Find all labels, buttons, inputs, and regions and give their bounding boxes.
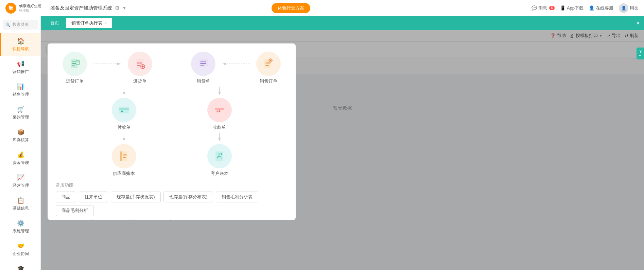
trial-button[interactable]: 体验行业方案 <box>272 3 310 13</box>
system-icon: ⚙️ <box>17 219 24 227</box>
purchase-bill-label: 进货单 <box>133 78 146 84</box>
modal-overlay[interactable]: 进货订单 <box>41 30 644 270</box>
page-area: ❓ 帮助 🖨 按模板打印 ▼ ↗ 导出 ↺ 刷新 📅 <box>41 30 644 270</box>
sidebar-item-inventory[interactable]: 📦 库存核算 <box>0 124 40 147</box>
customer-ledger-label: 客户账本 <box>211 170 228 177</box>
flow-row-1: 进货订单 <box>56 52 288 84</box>
message-button[interactable]: 💬 消息 6 <box>532 5 555 11</box>
sidebar-item-label: 快捷导航 <box>13 46 29 52</box>
sales-order-label: 销售订单 <box>260 78 277 84</box>
sidebar-item-basic-info[interactable]: 📋 基础信息 <box>0 193 40 215</box>
purchase-bill-circle <box>128 52 152 76</box>
main-content: 首页 销售订单执行表 × × ❓ 帮助 🖨 按模板打印 ▼ ↗ 导出 ↺ <box>41 16 644 270</box>
sales-bill-circle <box>191 52 215 76</box>
download-icon: 📱 <box>560 5 565 11</box>
dropdown-icon[interactable]: ▼ <box>122 6 126 11</box>
logo-icon: 畅 <box>5 3 16 14</box>
supplier-ledger-label: 供应商账本 <box>113 170 135 177</box>
func-btns-row1: 商品 往来单位 现存量(库存状况表) 现存量(库存分布表) 销售毛利分析表 商品… <box>56 192 288 216</box>
avatar: 👤 <box>619 3 628 13</box>
svg-marker-3 <box>117 62 121 65</box>
func-btn-partner[interactable]: 往来单位 <box>79 192 108 202</box>
sidebar-item-purchase[interactable]: 🛒 采购管理 <box>0 102 40 124</box>
flow-receipt-bill[interactable]: 收款单 <box>199 98 240 130</box>
inventory-icon: 📦 <box>17 128 24 136</box>
user-info[interactable]: 👤 用友 <box>619 3 639 13</box>
func-btn-receipt-stats[interactable]: 收款情况统计 <box>92 219 130 220</box>
payment-bill-label: 付款单 <box>117 124 130 130</box>
svg-point-29 <box>218 153 221 156</box>
flow-purchase-order[interactable]: 进货订单 <box>56 52 94 84</box>
logo-area: 畅 畅康通好生意 标准版 <box>5 3 46 14</box>
func-btn-stock-dist[interactable]: 现存量(库存分布表) <box>163 192 213 202</box>
sidebar-item-finance[interactable]: 💰 资金管理 <box>0 147 40 170</box>
sidebar-item-system[interactable]: ⚙️ 系统管理 <box>0 215 40 238</box>
func-btn-stock-status[interactable]: 现存量(库存状况表) <box>111 192 161 202</box>
func-btn-product[interactable]: 商品 <box>56 192 76 202</box>
sales-bill-label: 销货单 <box>197 78 210 84</box>
flow-sales-bill[interactable]: 销货单 <box>184 52 222 84</box>
app-download-button[interactable]: 📱 App下载 <box>560 5 584 11</box>
sidebar-item-sales[interactable]: 📊 销售管理 <box>0 79 40 102</box>
func-btn-payment-stats[interactable]: 付款情况统计 <box>133 219 171 220</box>
svg-rect-1 <box>76 60 80 65</box>
func-btn-sales-margin[interactable]: 销售毛利分析表 <box>216 192 258 202</box>
tab-sales-order[interactable]: 销售订单执行表 × <box>66 18 112 28</box>
flow-row-2: 付款单 收款单 <box>56 98 288 130</box>
system-name: 装备及固定资产辅助管理系统 <box>50 5 112 11</box>
search-icon: 🔍 <box>5 22 11 27</box>
func-btn-product-margin[interactable]: 商品毛利分析 <box>56 205 94 216</box>
sidebar-item-guide[interactable]: 🎓 新手引导 <box>0 261 40 270</box>
sidebar-item-label: 基础信息 <box>13 205 29 211</box>
svg-marker-15 <box>218 92 221 95</box>
flow-sales-order[interactable]: 销售订单 <box>249 52 288 84</box>
home-icon: 🏠 <box>17 37 24 45</box>
purchase-icon: 🛒 <box>17 106 24 113</box>
sidebar-item-operation[interactable]: 📈 经营管理 <box>0 170 40 193</box>
operation-icon: 📈 <box>17 174 24 181</box>
receipt-bill-circle <box>207 98 232 122</box>
flow-row-3: 供应商账本 客户账本 <box>56 144 288 177</box>
svg-rect-20 <box>215 108 224 110</box>
basic-info-icon: 📋 <box>17 197 24 204</box>
down-arrow-payment <box>104 133 144 143</box>
ea-badge[interactable]: Ea <box>637 48 644 59</box>
header-right: 💬 消息 6 📱 App下载 👤 在线客服 👤 用友 <box>532 3 639 13</box>
gear-icon[interactable]: ⚙ <box>115 5 120 11</box>
down-arrow-receipt <box>199 133 240 143</box>
flow-payment-bill[interactable]: 付款单 <box>104 98 144 130</box>
search-menu-button[interactable]: 🔍 搜索菜单 <box>3 20 38 30</box>
sidebar-item-label: 库存核算 <box>13 137 29 143</box>
svg-rect-17 <box>119 108 129 110</box>
svg-rect-16 <box>119 107 129 113</box>
customer-ledger-circle <box>207 144 232 168</box>
sidebar-item-label: 销售管理 <box>13 92 29 97</box>
sales-order-circle <box>256 52 281 76</box>
tab-close-icon[interactable]: × <box>104 21 107 25</box>
sidebar-item-quick-nav[interactable]: 🏠 快捷导航 <box>0 33 40 56</box>
flow-purchase-bill[interactable]: 进货单 <box>121 52 159 84</box>
flow-arrow-1 <box>94 61 121 75</box>
sidebar-item-label: 资金管理 <box>13 160 29 166</box>
flow-arrow-2 <box>222 61 249 75</box>
sidebar-item-marketing[interactable]: 📢 营销推广 <box>0 56 40 79</box>
online-service-button[interactable]: 👤 在线客服 <box>589 5 613 11</box>
logo-text: 畅康通好生意 标准版 <box>19 3 41 13</box>
marketing-icon: 📢 <box>17 60 24 68</box>
tab-label: 销售订单执行表 <box>71 20 102 26</box>
tab-home[interactable]: 首页 <box>45 18 65 28</box>
supplier-ledger-circle <box>112 144 136 168</box>
tab-bar: 首页 销售订单执行表 × × <box>41 16 644 30</box>
flow-customer-ledger[interactable]: 客户账本 <box>199 144 240 177</box>
message-icon: 💬 <box>532 5 537 11</box>
flow-supplier-ledger[interactable]: 供应商账本 <box>104 144 144 177</box>
sidebar-item-collab[interactable]: 🤝 企业协同 <box>0 238 40 261</box>
message-badge: 6 <box>549 6 555 10</box>
func-btn-sales-rank[interactable]: 销售排行榜 <box>56 219 89 220</box>
window-close-button[interactable]: × <box>636 20 640 27</box>
common-title: 常用功能 <box>56 182 288 188</box>
func-btns-row2: 销售排行榜 收款情况统计 付款情况统计 <box>56 219 288 220</box>
guide-icon: 🎓 <box>17 265 24 270</box>
sidebar-item-label: 企业协同 <box>13 251 29 257</box>
arrow-row-2 <box>56 133 288 143</box>
